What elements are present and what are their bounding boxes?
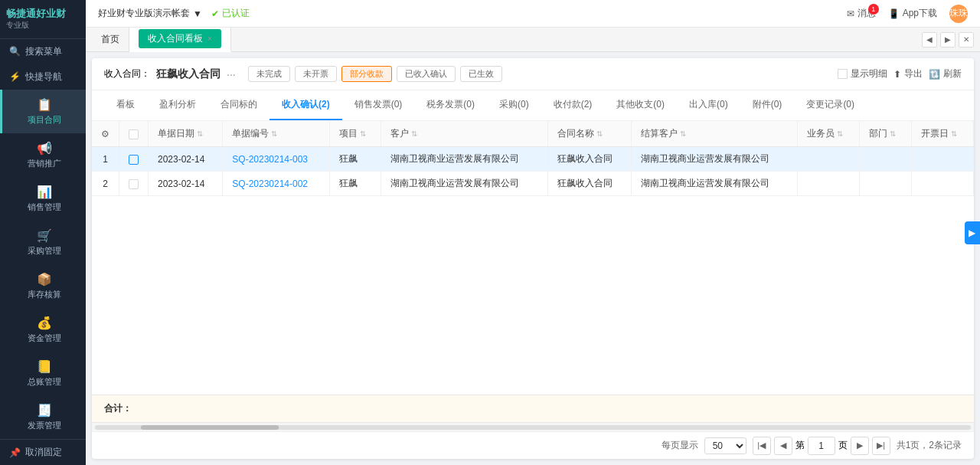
row-number-1[interactable]: SQ-20230214-003 [223,147,329,172]
sort-project-icon: ⇅ [360,129,366,138]
tab-attachments[interactable]: 附件(0) [740,90,795,120]
sidebar-item-marketing[interactable]: 📢 营销推广 [0,133,86,177]
sidebar-item-fund[interactable]: 💰 资金管理 [0,308,86,352]
scroll-thumb[interactable] [141,425,279,430]
inventory-icon: 📦 [37,272,52,287]
scroll-track[interactable] [95,425,971,430]
page-next-btn[interactable]: ▶ [851,437,869,455]
sidebar-item-invoice[interactable]: 🧾 发票管理 [0,395,86,439]
tab-change-records[interactable]: 变更记录(0) [794,90,867,120]
page-actions: 显示明细 ⬆ 导出 🔃 刷新 [838,67,962,80]
tab-prev-btn[interactable]: ◀ [922,32,937,47]
tab-purchase[interactable]: 采购(0) [487,90,541,120]
user-avatar[interactable]: 珠珠 [949,5,968,23]
tab-close-all-btn[interactable]: ✕ [959,32,974,47]
th-customer[interactable]: 客户 ⇅ [381,121,547,147]
show-detail-btn[interactable]: 显示明细 [838,67,887,80]
page-total-text: 共1页，2条记录 [897,439,962,452]
app-download-btn[interactable]: 📱 App下载 [888,7,937,20]
tab-contract-subject[interactable]: 合同标的 [208,90,270,120]
row-check-2[interactable] [119,172,149,196]
tab-sales-invoice[interactable]: 销售发票(0) [342,90,415,120]
sidebar-search[interactable]: 🔍 搜索菜单 [0,39,86,64]
status-btn-partial-payment[interactable]: 部分收款 [341,66,392,82]
sidebar-item-sales[interactable]: 📊 销售管理 [0,177,86,221]
message-btn[interactable]: ✉ 消息 1 [847,7,876,20]
th-number[interactable]: 单据编号 ⇅ [223,121,329,147]
status-btn-effective[interactable]: 已生效 [460,66,502,82]
sidebar-item-label-3: 采购管理 [28,245,61,257]
sidebar-item-ledger[interactable]: 📒 总账管理 [0,352,86,395]
th-contract-name[interactable]: 合同名称 ⇅ [547,121,631,147]
status-btn-incomplete[interactable]: 未完成 [248,66,290,82]
tab-close-btn[interactable]: × [207,34,212,43]
sidebar-logo-sub: 专业版 [6,20,66,31]
tab-tax-invoice[interactable]: 税务发票(0) [414,90,487,120]
footer-label: 合计： [104,402,132,415]
row-customer-1: 湖南卫视商业运营发展有限公司 [381,147,547,172]
tab-board[interactable]: 看板 [104,90,147,120]
page-unit: 页 [838,439,848,452]
page-last-btn[interactable]: ▶| [872,437,890,455]
th-date[interactable]: 单据日期 ⇅ [149,121,223,147]
tab-profit[interactable]: 盈利分析 [147,90,208,120]
refresh-btn[interactable]: 🔃 刷新 [929,67,962,80]
th-settle-customer[interactable]: 结算客户 ⇅ [631,121,797,147]
row-check-1[interactable] [119,147,149,172]
row-date-1: 2023-02-14 [149,147,223,172]
company-selector[interactable]: 好业财专业版演示帐套 ▼ [98,7,202,20]
table-row[interactable]: 2 2023-02-14 SQ-20230214-002 狂飙 湖南卫视商业运营… [92,172,974,196]
sidebar-item-inventory[interactable]: 📦 库存核算 [0,264,86,308]
tab-contract-board[interactable]: 收入合同看板 × [129,28,231,52]
tab-next-btn[interactable]: ▶ [940,32,956,47]
per-page-select[interactable]: 50 100 [704,437,746,454]
more-options-btn[interactable]: ··· [227,68,236,80]
topbar: 好业财专业版演示帐套 ▼ ✔ 已认证 ✉ 消息 1 📱 App下载 珠珠 [86,0,980,28]
th-project[interactable]: 项目 ⇅ [329,121,381,147]
row-checkbox-2[interactable] [129,179,139,189]
status-btn-confirmed[interactable]: 已收入确认 [397,66,456,82]
th-invoice-date[interactable]: 开票日 ⇅ [911,121,973,147]
status-buttons: 未完成 未开票 部分收款 已收入确认 已生效 [248,66,502,82]
th-checkbox[interactable] [119,121,149,147]
page-prev-btn[interactable]: ◀ [774,437,792,455]
tab-other-income[interactable]: 其他收支(0) [604,90,677,120]
detail-checkbox[interactable] [838,69,848,79]
page-first-btn[interactable]: |◀ [753,437,771,455]
row-num-1: 1 [92,147,119,172]
select-all-checkbox[interactable] [129,129,139,139]
row-number-2[interactable]: SQ-20230214-002 [223,172,329,196]
export-btn[interactable]: ⬆ 导出 [893,67,923,80]
export-label: 导出 [904,67,923,80]
tab-home[interactable]: 首页 [92,28,129,52]
status-btn-uninvoiced[interactable]: 未开票 [295,66,337,82]
sidebar-item-project-contract[interactable]: 📋 项目合同 [0,90,86,133]
pagination: 每页显示 50 100 |◀ ◀ 第 页 ▶ ▶| 共1页，2条记录 [92,431,974,459]
row-link-2[interactable]: SQ-20230214-002 [232,178,308,189]
row-link-1[interactable]: SQ-20230214-003 [232,154,308,165]
sidebar-item-purchase[interactable]: 🛒 采购管理 [0,221,86,264]
row-num-2: 2 [92,172,119,196]
row-checkbox-1[interactable] [129,155,139,165]
right-float-button[interactable]: ▶ [965,221,980,244]
sidebar-quick-nav[interactable]: ⚡ 快捷导航 [0,64,86,90]
th-salesman[interactable]: 业务员 ⇅ [798,121,860,147]
project-contract-icon: 📋 [37,97,52,112]
th-department[interactable]: 部门 ⇅ [860,121,912,147]
sort-invoice-date-icon: ⇅ [951,129,957,138]
tab-warehouse[interactable]: 出入库(0) [677,90,740,120]
sidebar-unpin-btn[interactable]: 📌 取消固定 [0,440,86,465]
table-row[interactable]: 1 2023-02-14 SQ-20230214-003 狂飙 湖南卫视商业运营… [92,147,974,172]
page-number-input[interactable] [808,437,835,455]
tab-payment[interactable]: 收付款(2) [541,90,605,120]
tab-revenue-confirm[interactable]: 收入确认(2) [270,90,342,120]
row-salesman-2 [798,172,860,196]
th-settings[interactable]: ⚙ [92,121,119,147]
float-btn-icon: ▶ [967,228,978,238]
row-salesman-1 [798,147,860,172]
row-settle-2: 湖南卫视商业运营发展有限公司 [631,172,797,196]
sidebar-search-label: 搜索菜单 [25,45,62,58]
sort-customer-icon: ⇅ [411,129,417,138]
horizontal-scrollbar[interactable] [92,422,974,431]
page: 收入合同： 狂飙收入合同 ··· 未完成 未开票 部分收款 已收入确认 已生效 … [92,58,974,459]
